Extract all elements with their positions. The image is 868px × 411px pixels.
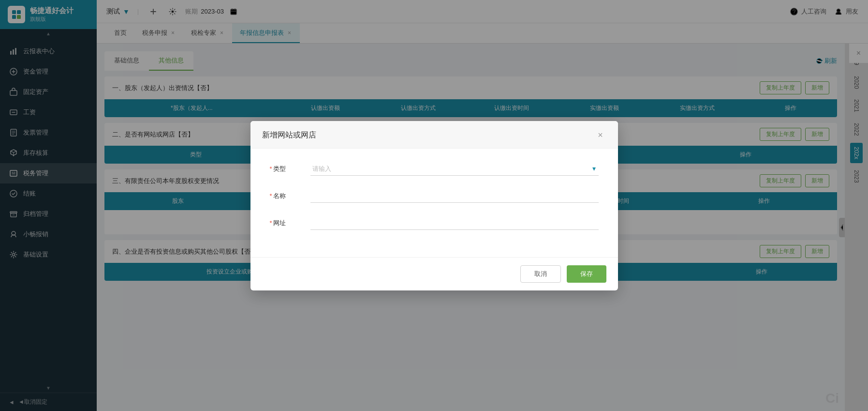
add-website-modal: 新增网站或网店 × *类型 ▾ *名称 (250, 121, 618, 290)
modal-header: 新增网站或网店 × (250, 121, 618, 149)
form-type-wrapper: ▾ (310, 162, 599, 176)
modal-title: 新增网站或网店 (262, 130, 316, 140)
form-row-name: *名称 (270, 189, 599, 203)
form-label-name: *名称 (270, 192, 299, 200)
save-button[interactable]: 保存 (567, 265, 606, 283)
name-input[interactable] (310, 189, 599, 202)
type-input[interactable] (310, 162, 599, 175)
form-url-wrapper (310, 216, 599, 230)
form-label-url: *网址 (270, 219, 299, 228)
form-label-type: *类型 (270, 165, 299, 173)
modal-overlay: 新增网站或网店 × *类型 ▾ *名称 (0, 0, 868, 411)
modal-body: *类型 ▾ *名称 *网址 (250, 149, 618, 257)
form-row-url: *网址 (270, 216, 599, 230)
modal-close-btn[interactable]: × (595, 130, 606, 141)
form-name-wrapper (310, 189, 599, 203)
url-input[interactable] (310, 216, 599, 229)
cancel-button[interactable]: 取消 (520, 265, 561, 283)
modal-footer: 取消 保存 (250, 257, 618, 290)
form-row-type: *类型 ▾ (270, 162, 599, 176)
